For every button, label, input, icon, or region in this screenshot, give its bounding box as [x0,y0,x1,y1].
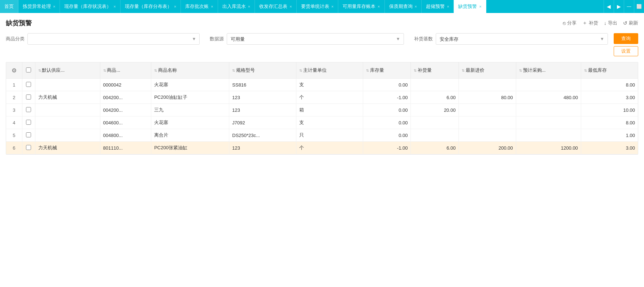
nav-tab-close[interactable]: × [378,4,380,9]
row-checkbox[interactable] [26,94,31,100]
row-default-supplier: 力天机械 [35,91,100,104]
row-checkbox[interactable] [26,132,31,137]
nav-tab-1[interactable]: 拣货异常处理× [18,0,60,13]
nav-tab-close[interactable]: × [174,4,176,9]
replenish-select[interactable]: 安全库存 [436,33,608,45]
row-checkbox[interactable] [26,82,31,87]
datasource-select[interactable]: 可用量 [227,33,404,45]
row-replenish-qty [411,116,459,129]
row-checkbox-cell[interactable] [22,116,35,129]
nav-tab-close[interactable]: × [290,4,292,9]
row-checkbox-cell[interactable] [22,104,35,116]
row-estimated-purchase: 480.00 [516,91,581,104]
row-product-name: PC200张紧油缸 [151,142,229,154]
nav-tab-close[interactable]: × [415,4,417,9]
page-container: 缺货预警 ⎋ 分享 ＋ 补货 ↓ 导出 ↺ 刷新 商品分类 [0,13,644,287]
select-all-checkbox[interactable] [26,67,31,72]
nav-tab-4[interactable]: 库存批次账× [181,0,218,13]
replenish-select-wrapper: 安全库存 ▼ [436,33,608,45]
row-default-supplier: 力天机械 [35,142,100,154]
th-product-name[interactable]: 商品名称 [151,62,229,79]
settings-button[interactable]: 设置 [614,46,638,56]
row-stock-qty: 0.00 [363,104,411,116]
nav-tab-8[interactable]: 可用量库存账本× [338,0,384,13]
row-checkbox[interactable] [26,107,31,112]
th-product-code[interactable]: 商品... [100,62,151,79]
nav-tab-9[interactable]: 保质期查询× [385,0,422,13]
nav-tab-close[interactable]: × [248,4,250,9]
th-latest-price[interactable]: 最新进价 [459,62,516,79]
nav-tab-label: 现存量（库存分布表） [125,3,172,10]
row-stock-qty: -1.00 [363,142,411,154]
row-checkbox-cell[interactable] [22,79,35,91]
nav-maximize-btn[interactable]: ⬜ [634,0,644,13]
row-checkbox-cell[interactable] [22,91,35,104]
nav-tab-label: 现存量（库存状况表） [64,3,111,10]
row-min-stock: 10.00 [581,104,638,116]
row-product-name: 离合片 [151,129,229,142]
th-spec[interactable]: 规格型号 [229,62,296,79]
row-checkbox[interactable] [26,120,31,125]
nav-tab-close[interactable]: × [53,4,55,9]
row-unit: 箱 [296,104,363,116]
th-min-stock[interactable]: 最低库存 [581,62,638,79]
row-spec: SS816 [229,79,296,91]
row-index: 1 [6,79,22,91]
th-replenish-qty[interactable]: 补货量 [411,62,459,79]
nav-right-arrow[interactable]: ▶ [614,0,624,13]
table-settings-icon[interactable]: ⚙ [10,66,18,75]
row-index: 4 [6,116,22,129]
th-checkbox[interactable] [22,62,35,79]
nav-tab-0[interactable]: 首页 [0,0,18,13]
nav-tab-10[interactable]: 超储预警× [422,0,454,13]
filter-actions: 查询 设置 [614,33,638,56]
row-product-code: 004600... [100,116,151,129]
nav-tab-label: 缺货预警 [458,3,477,10]
row-latest-price [459,116,516,129]
row-checkbox-cell[interactable] [22,129,35,142]
nav-tab-11[interactable]: 缺货预警× [454,0,486,13]
th-settings[interactable]: ⚙ [6,62,22,79]
row-checkbox-cell[interactable] [22,142,35,154]
nav-tab-close[interactable]: × [331,4,334,9]
nav-tab-2[interactable]: 现存量（库存状况表）× [60,0,120,13]
replenish-button[interactable]: ＋ 补货 [582,20,598,26]
export-button[interactable]: ↓ 导出 [604,20,617,26]
nav-tab-close[interactable]: × [479,4,481,9]
nav-tab-close[interactable]: × [113,4,116,9]
row-spec: DS250*23c... [229,129,296,142]
row-estimated-purchase [516,79,581,91]
nav-tab-5[interactable]: 出入库流水× [218,0,255,13]
nav-tab-6[interactable]: 收发存汇总表× [255,0,296,13]
refresh-button[interactable]: ↺ 刷新 [623,20,638,26]
row-stock-qty: -1.00 [363,91,411,104]
row-product-code: 004200... [100,91,151,104]
nav-tab-7[interactable]: 要货单统计表× [297,0,338,13]
th-stock-qty[interactable]: 库存量 [363,62,411,79]
nav-tab-close[interactable]: × [447,4,449,9]
row-replenish-qty: 20.00 [411,104,459,116]
row-unit: 支 [296,79,363,91]
nav-minimize-btn[interactable]: — [624,0,634,13]
category-filter-label: 商品分类 [6,36,25,42]
nav-tab-close[interactable]: × [211,4,213,9]
th-unit[interactable]: 主计量单位 [296,62,363,79]
nav-left-arrow[interactable]: ◀ [604,0,614,13]
row-stock-qty: 0.00 [363,116,411,129]
row-estimated-purchase [516,104,581,116]
row-product-name: PC200油缸缸子 [151,91,229,104]
share-button[interactable]: ⎋ 分享 [563,20,576,26]
row-checkbox[interactable] [26,145,31,150]
th-estimated-purchase[interactable]: 预计采购... [516,62,581,79]
row-latest-price [459,129,516,142]
th-default-supplier[interactable]: 默认供应... [35,62,100,79]
row-min-stock: 3.00 [581,91,638,104]
nav-tab-3[interactable]: 现存量（库存分布表）× [121,0,181,13]
query-button[interactable]: 查询 [614,33,638,44]
category-select[interactable] [27,33,200,45]
row-unit: 支 [296,116,363,129]
data-table: ⚙ 默认供应... 商品... 商品名称 规格型号 主计量单位 库存量 补货量 … [6,62,638,155]
table-row: 1 0000042 火花塞 SS816 支 0.00 8.00 [6,79,638,91]
top-nav: 首页拣货异常处理×现存量（库存状况表）×现存量（库存分布表）×库存批次账×出入库… [0,0,644,13]
row-index: 6 [6,142,22,154]
